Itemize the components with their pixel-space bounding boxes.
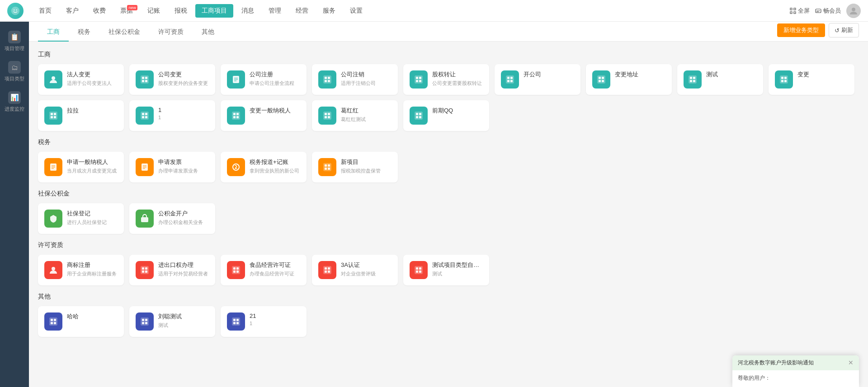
- tab-shebao[interactable]: 社保公积金: [99, 23, 149, 42]
- card-item[interactable]: 11: [129, 100, 215, 131]
- card-item[interactable]: 211: [221, 306, 307, 337]
- svg-rect-101: [51, 319, 53, 321]
- card-desc: 1: [250, 321, 300, 326]
- svg-rect-36: [690, 77, 692, 79]
- card-item[interactable]: 变更地址: [586, 64, 672, 95]
- refresh-icon: ↺: [835, 27, 840, 34]
- svg-rect-16: [325, 77, 327, 79]
- card-desc: 申请公司注册全流程: [250, 80, 300, 87]
- section-税务: 税务申请一般纳税人当月或次月成变更完成申请发票办理申请发票业务税务报道+记账拿到…: [38, 138, 859, 182]
- svg-rect-111: [233, 319, 236, 321]
- svg-rect-91: [325, 267, 327, 270]
- sidebar-item-project-manage[interactable]: 📋 项目管理: [2, 27, 27, 56]
- sidebar-item-project-type[interactable]: 🗂 项目类型: [2, 57, 27, 86]
- nav-bills[interactable]: 票据 new: [114, 4, 139, 18]
- card-info: 变更地址: [615, 70, 665, 80]
- card-item[interactable]: 刘聪测试测试: [129, 306, 215, 337]
- card-item[interactable]: 测试: [677, 64, 763, 95]
- svg-rect-12: [142, 80, 144, 82]
- card-item[interactable]: 股权转让公司变更需要股权转让: [403, 64, 489, 95]
- nav-customer[interactable]: 客户: [60, 4, 85, 18]
- card-item[interactable]: 公司注册申请公司注册全流程: [221, 64, 307, 95]
- nav-service[interactable]: 服务: [316, 4, 342, 18]
- card-title: 拉拉: [67, 107, 118, 115]
- section-工商: 工商法人变更适用于公司变更法人 公司变更股权变更外的业务变更公司注册申请公司注册…: [38, 51, 859, 131]
- sidebar-item-progress[interactable]: 📊 进度监控: [2, 88, 27, 116]
- cards-grid: 申请一般纳税人当月或次月成变更完成申请发票办理申请发票业务税务报道+记账拿到营业…: [38, 152, 859, 182]
- card-title: 申请发票: [158, 158, 209, 166]
- card-item[interactable]: 3A认证对企业信誉评级: [312, 255, 398, 285]
- card-title: 前期QQ: [432, 107, 483, 115]
- tabs-actions: 新增业务类型 ↺ 刷新: [777, 23, 859, 41]
- card-title: 食品经营许可证: [250, 261, 300, 269]
- card-item[interactable]: 变更一般纳税人: [221, 100, 307, 131]
- nav-message[interactable]: 消息: [235, 4, 260, 18]
- card-item[interactable]: 前期QQ: [403, 100, 489, 131]
- tab-shuiwu[interactable]: 税务: [69, 23, 99, 42]
- card-item[interactable]: 新项目报税加税控盘保管: [312, 152, 398, 182]
- card-item[interactable]: 申请一般纳税人当月或次月成变更完成: [38, 152, 124, 182]
- card-icon: [44, 312, 62, 331]
- card-item[interactable]: 公司注销适用于注销公司: [312, 64, 398, 95]
- fullscreen-button[interactable]: 全屏: [790, 7, 810, 15]
- card-item[interactable]: 拉拉: [38, 100, 124, 131]
- svg-rect-96: [416, 267, 418, 270]
- card-item[interactable]: 食品经营许可证办理食品经营许可证: [221, 255, 307, 285]
- nav-tax[interactable]: 报税: [168, 4, 193, 18]
- nav-manage[interactable]: 管理: [262, 4, 288, 18]
- refresh-button[interactable]: ↺ 刷新: [829, 23, 859, 37]
- card-item[interactable]: 测试项目类型自定义测试: [403, 255, 489, 285]
- svg-rect-49: [54, 116, 56, 118]
- card-item[interactable]: 哈哈: [38, 306, 124, 337]
- card-item[interactable]: 公司变更股权变更外的业务变更: [129, 64, 215, 95]
- svg-rect-11: [145, 77, 147, 79]
- nav-bookkeeping[interactable]: 记账: [141, 4, 166, 18]
- card-icon: [227, 261, 245, 279]
- card-item[interactable]: 社保登记进行人员社保登记: [38, 203, 124, 234]
- vip-button[interactable]: 畅会员: [815, 7, 841, 15]
- card-desc: 当月或次月成变更完成: [67, 168, 118, 174]
- svg-rect-88: [233, 270, 236, 273]
- nav-business[interactable]: 工商项目: [195, 4, 233, 18]
- svg-rect-57: [236, 113, 239, 115]
- card-title: 社保登记: [67, 210, 118, 218]
- logo[interactable]: [7, 3, 24, 19]
- card-item[interactable]: 公积金开户办理公积金相关业务: [129, 203, 215, 234]
- card-item[interactable]: 变更: [769, 64, 854, 95]
- card-item[interactable]: 商标注册用于企业商标注册服务: [38, 255, 124, 285]
- svg-rect-93: [325, 270, 327, 273]
- avatar[interactable]: [846, 4, 861, 18]
- svg-rect-113: [233, 322, 236, 324]
- card-item[interactable]: 法人变更适用于公司变更法人: [38, 64, 124, 95]
- card-item[interactable]: 申请发票办理申请发票业务: [129, 152, 215, 182]
- card-item[interactable]: 开公司: [495, 64, 580, 95]
- card-desc: 测试: [432, 270, 483, 277]
- nav-home[interactable]: 首页: [33, 4, 58, 18]
- card-info: 税务报道+记账拿到营业执照的新公司: [250, 158, 300, 174]
- svg-rect-48: [51, 116, 53, 118]
- svg-rect-22: [419, 77, 421, 79]
- card-title: 税务报道+记账: [250, 158, 300, 166]
- tab-xuke[interactable]: 许可资质: [149, 23, 193, 42]
- nav-settings[interactable]: 设置: [344, 4, 369, 18]
- card-item[interactable]: 进出口权办理适用于对外贸易经营者: [129, 255, 215, 285]
- svg-rect-28: [507, 80, 509, 82]
- nav-fees[interactable]: 收费: [87, 4, 112, 18]
- vip-icon: [815, 8, 821, 14]
- notification-body: 尊敬的用户：: [732, 370, 859, 387]
- tab-other[interactable]: 其他: [193, 23, 223, 42]
- card-info: 哈哈: [67, 312, 118, 322]
- card-item[interactable]: 葛红红葛红红测试: [312, 100, 398, 131]
- cards-grid: 法人变更适用于公司变更法人 公司变更股权变更外的业务变更公司注册申请公司注册全流…: [38, 64, 859, 131]
- new-type-button[interactable]: 新增业务类型: [777, 23, 825, 37]
- svg-rect-39: [693, 80, 695, 82]
- card-item[interactable]: 税务报道+记账拿到营业执照的新公司: [221, 152, 307, 182]
- svg-rect-23: [416, 80, 418, 82]
- tab-gongshang[interactable]: 工商: [38, 23, 69, 42]
- card-desc: 适用于对外贸易经营者: [158, 270, 209, 277]
- card-info: 公司注册申请公司注册全流程: [250, 70, 300, 87]
- notification-close[interactable]: ✕: [848, 359, 854, 366]
- nav-operate[interactable]: 经营: [289, 4, 315, 18]
- cards-grid: 社保登记进行人员社保登记公积金开户办理公积金相关业务: [38, 203, 859, 234]
- main-layout: 📋 项目管理 🗂 项目类型 📊 进度监控 工商 税务 社保公积金 许可资质 其他…: [0, 22, 868, 387]
